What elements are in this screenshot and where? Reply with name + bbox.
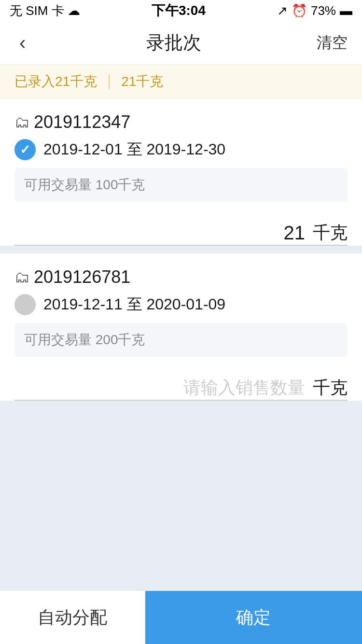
checkmark-1: ✓ <box>20 142 30 157</box>
batch-id-row-1: 🗂 2019112347 <box>14 112 348 132</box>
bottom-buttons: 自动分配 确定 <box>0 591 362 644</box>
banner-divider <box>109 74 110 89</box>
nav-bar: ‹ 录批次 清空 <box>0 21 362 65</box>
alarm-icon: ⏰ <box>292 3 307 18</box>
batch-date-row-2: 2019-12-11 至 2020-01-09 <box>14 294 348 315</box>
page-content: 已录入21千克 21千克 🗂 2019112347 ✓ 2019-12-01 至… <box>0 65 362 603</box>
confirm-button[interactable]: 确定 <box>145 591 362 644</box>
batch-date-text-1: 2019-12-01 至 2019-12-30 <box>43 139 225 160</box>
batch-id-text-2: 2019126781 <box>34 267 130 287</box>
page-title: 录批次 <box>146 30 201 55</box>
batch-checkbox-1[interactable]: ✓ <box>14 139 36 160</box>
batch-date-text-2: 2019-12-11 至 2020-01-09 <box>43 294 225 315</box>
status-bar-left: 无 SIM 卡 ☁ <box>10 2 80 19</box>
batch-id-icon-2: 🗂 <box>14 268 30 286</box>
batch-quantity-row-1: 千克 <box>0 211 362 245</box>
back-button[interactable]: ‹ <box>14 27 30 58</box>
batch-id-icon-1: 🗂 <box>14 113 30 131</box>
location-icon: ↗ <box>277 3 288 18</box>
batch-quantity-input-1[interactable] <box>247 222 305 244</box>
sim-status: 无 SIM 卡 ☁ <box>10 2 80 19</box>
batch-id-row-2: 🗂 2019126781 <box>14 267 348 287</box>
status-bar: 无 SIM 卡 ☁ 下午3:04 ↗ ⏰ 73% ▬ <box>0 0 362 21</box>
battery-icon: ▬ <box>340 3 352 18</box>
status-bar-time: 下午3:04 <box>152 1 206 20</box>
batch-quantity-row-2: 请输入销售数量 千克 <box>0 366 362 400</box>
batch-avail-box-1: 可用交易量 100千克 <box>14 168 348 202</box>
batch-unit-2: 千克 <box>313 376 348 400</box>
battery-percent: 73% <box>311 3 336 18</box>
amount-label: 21千克 <box>121 72 163 91</box>
clear-button[interactable]: 清空 <box>317 32 348 54</box>
recorded-label: 已录入21千克 <box>14 72 97 91</box>
batch-date-row-1: ✓ 2019-12-01 至 2019-12-30 <box>14 139 348 160</box>
batch-card-1: 🗂 2019112347 ✓ 2019-12-01 至 2019-12-30 可… <box>0 98 362 246</box>
batch-checkbox-2[interactable] <box>14 294 36 315</box>
batch-id-text-1: 2019112347 <box>34 112 130 132</box>
status-bar-right: ↗ ⏰ 73% ▬ <box>277 3 352 18</box>
auto-distribute-button[interactable]: 自动分配 <box>0 591 145 644</box>
info-banner: 已录入21千克 21千克 <box>0 65 362 98</box>
card-separator <box>0 246 362 253</box>
quantity-placeholder-2: 请输入销售数量 <box>14 376 305 400</box>
batch-unit-1: 千克 <box>313 221 348 245</box>
bottom-spacer <box>0 401 362 603</box>
batch-avail-box-2: 可用交易量 200千克 <box>14 323 348 357</box>
batch-card-2: 🗂 2019126781 2019-12-11 至 2020-01-09 可用交… <box>0 253 362 401</box>
